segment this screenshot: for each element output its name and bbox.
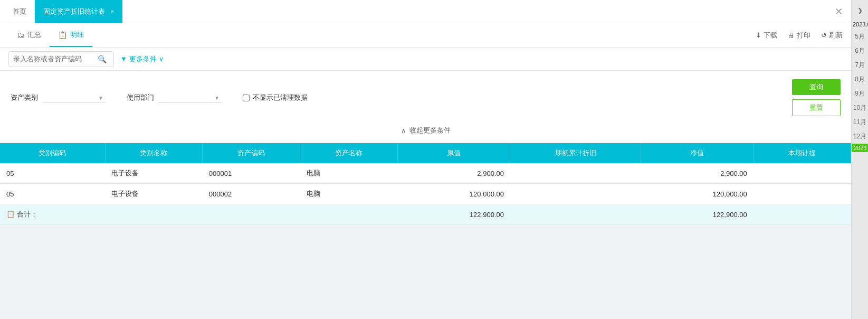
- cell-r0-c5: [510, 163, 641, 184]
- filter-label: 更多条件: [129, 54, 157, 64]
- refresh-button[interactable]: ↺ 刷新: [821, 31, 843, 40]
- download-label: 下载: [764, 31, 777, 40]
- total-cell-1: [105, 204, 203, 225]
- col-header-7: 净值: [641, 143, 753, 163]
- cell-r0-c0: 05: [0, 163, 105, 184]
- total-cell-3: [300, 204, 398, 225]
- category-label: 资产类别: [11, 93, 38, 102]
- hide-cleared-filter[interactable]: 不显示已清理数据: [243, 93, 308, 102]
- table-header-row: 类别编码 类别名称 资产编码 资产名称 原值 期初累计折旧 净值 本期计提: [0, 143, 851, 163]
- col-header-1: 类别编码: [0, 143, 105, 163]
- search-input-wrap[interactable]: 🔍: [8, 51, 114, 67]
- tab-close-icon[interactable]: ×: [110, 8, 114, 15]
- reset-button[interactable]: 重置: [792, 99, 841, 116]
- refresh-label: 刷新: [829, 31, 843, 40]
- table-container: 类别编码 类别名称 资产编码 资产名称 原值 期初累计折旧 净值 本期计提 05…: [0, 143, 851, 319]
- cell-r0-c3: 电脑: [300, 163, 398, 184]
- department-label: 使用部门: [127, 93, 154, 102]
- sidebar-month-item[interactable]: 10月: [852, 101, 867, 115]
- refresh-icon: ↺: [821, 31, 827, 39]
- date-display: 2023.01: [852, 19, 868, 30]
- collapse-label: 收起更多条件: [409, 126, 451, 135]
- search-input[interactable]: [13, 55, 98, 63]
- col-header-8: 本期计提: [753, 143, 851, 163]
- filter-icon: ▼: [120, 55, 127, 63]
- tab-label: 固定资产折旧统计表: [43, 7, 105, 16]
- download-button[interactable]: ⬇ 下载: [756, 31, 777, 40]
- cell-r1-c2: 000002: [203, 184, 300, 204]
- search-icon: 🔍: [98, 55, 107, 63]
- cell-r1-c4: 120,000.00: [397, 184, 510, 204]
- table-row: 05电子设备000001电脑2,900.002,900.00: [0, 163, 851, 184]
- cell-r1-c3: 电脑: [300, 184, 398, 204]
- total-cell-7: [753, 204, 851, 225]
- filter-actions: 查询 重置: [792, 79, 841, 116]
- top-nav: 首页 固定资产折旧统计表 × ✕: [0, 0, 851, 23]
- cell-r0-c2: 000001: [203, 163, 300, 184]
- tab-summary[interactable]: 🗂 汇总: [8, 23, 50, 47]
- table-row: 05电子设备000002电脑120,000.00120,000.00: [0, 184, 851, 204]
- more-filter-button[interactable]: ▼ 更多条件 ∨: [120, 54, 164, 64]
- cell-r0-c4: 2,900.00: [397, 163, 510, 184]
- col-header-3: 资产编码: [203, 143, 300, 163]
- sidebar-month-item[interactable]: 5月: [852, 30, 867, 44]
- print-label: 打印: [797, 31, 810, 40]
- detail-icon: 📋: [58, 31, 67, 39]
- tab-summary-label: 汇总: [27, 30, 41, 40]
- total-cell-5: [510, 204, 641, 225]
- summary-icon: 🗂: [17, 31, 24, 39]
- cell-r1-c0: 05: [0, 184, 105, 204]
- sidebar-month-item[interactable]: 12月: [852, 129, 867, 144]
- sub-tabs-left: 🗂 汇总 📋 明细: [8, 23, 92, 47]
- cell-r0-c7: [753, 163, 851, 184]
- cell-r0-c6: 2,900.00: [641, 163, 753, 184]
- right-sidebar: ❯ 2023.01 5月6月7月8月9月10月11月12月 2023: [851, 0, 868, 319]
- download-icon: ⬇: [756, 31, 761, 39]
- filter-area: 资产类别 使用部门 不显示已清理数据: [0, 71, 851, 143]
- category-select[interactable]: [42, 92, 106, 103]
- hide-cleared-checkbox[interactable]: [243, 95, 250, 101]
- total-cell-4: 122,900.00: [397, 204, 510, 225]
- sidebar-month-item[interactable]: 7月: [852, 58, 867, 72]
- sidebar-month-item[interactable]: 9月: [852, 87, 867, 101]
- department-filter: 使用部门: [127, 92, 222, 103]
- sidebar-month-item[interactable]: 6月: [852, 44, 867, 58]
- col-header-2: 类别名称: [105, 143, 203, 163]
- toolbar: ⬇ 下载 🖨 打印 ↺ 刷新: [756, 31, 843, 40]
- category-filter: 资产类别: [11, 92, 106, 103]
- cell-r1-c6: 120,000.00: [641, 184, 753, 204]
- sidebar-expand-arrow[interactable]: ❯: [854, 4, 866, 17]
- print-button[interactable]: 🖨 打印: [788, 31, 810, 40]
- collapse-button[interactable]: ∧ 收起更多条件: [11, 123, 841, 138]
- filter-row: 资产类别 使用部门 不显示已清理数据: [11, 79, 841, 116]
- total-row: 📋合计：122,900.00122,900.00: [0, 204, 851, 225]
- cell-r1-c1: 电子设备: [105, 184, 203, 204]
- home-link[interactable]: 首页: [8, 7, 31, 16]
- total-cell-6: 122,900.00: [641, 204, 753, 225]
- category-select-wrap[interactable]: [42, 92, 106, 103]
- hide-cleared-label: 不显示已清理数据: [253, 93, 308, 102]
- sidebar-month-item[interactable]: 8月: [852, 72, 867, 87]
- tab-detail[interactable]: 📋 明细: [50, 23, 92, 47]
- department-select[interactable]: [158, 92, 222, 103]
- cell-r0-c1: 电子设备: [105, 163, 203, 184]
- total-cell-2: [203, 204, 300, 225]
- active-tab[interactable]: 固定资产折旧统计表 ×: [35, 0, 122, 23]
- col-header-6: 期初累计折旧: [510, 143, 641, 163]
- chevron-down-icon: ∨: [159, 55, 164, 63]
- tab-detail-label: 明细: [70, 30, 84, 40]
- department-select-wrap[interactable]: [158, 92, 222, 103]
- print-icon: 🖨: [788, 31, 795, 39]
- cell-r1-c5: [510, 184, 641, 204]
- sidebar-month-item[interactable]: 11月: [852, 115, 867, 129]
- collapse-icon: ∧: [401, 127, 406, 135]
- year-badge: 2023: [852, 144, 868, 152]
- query-button[interactable]: 查询: [792, 79, 841, 95]
- search-bar: 🔍 ▼ 更多条件 ∨: [0, 48, 851, 71]
- total-cell-0: 📋合计：: [0, 204, 105, 225]
- cell-r1-c7: [753, 184, 851, 204]
- col-header-5: 原值: [397, 143, 510, 163]
- data-table: 类别编码 类别名称 资产编码 资产名称 原值 期初累计折旧 净值 本期计提 05…: [0, 143, 851, 225]
- window-close-icon[interactable]: ✕: [835, 6, 843, 17]
- col-header-4: 资产名称: [300, 143, 398, 163]
